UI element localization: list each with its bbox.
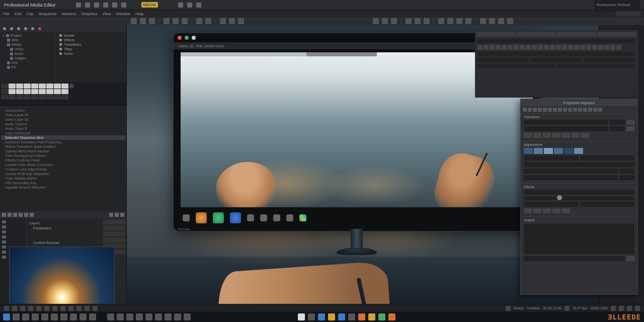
chip-icon[interactable] xyxy=(626,120,634,125)
tb-icon[interactable] xyxy=(112,3,117,8)
input-field[interactable] xyxy=(619,175,634,180)
thumb[interactable] xyxy=(39,84,46,89)
tool-zoom-icon[interactable] xyxy=(196,18,202,24)
tool-hand-icon[interactable] xyxy=(205,18,211,24)
taskbar-app-icon[interactable] xyxy=(79,313,87,320)
tool-snap-icon[interactable] xyxy=(220,18,226,24)
status-icon[interactable] xyxy=(85,306,90,311)
tool-pen-icon[interactable] xyxy=(182,18,188,24)
ph-icon[interactable] xyxy=(550,45,555,50)
thumb[interactable] xyxy=(61,84,68,89)
dock-app-icon[interactable] xyxy=(213,212,224,223)
dock-app-icon[interactable] xyxy=(230,212,241,223)
layer-item[interactable]: Color Wheels Match xyxy=(1,176,125,181)
thumb[interactable] xyxy=(1,89,8,94)
status-icon[interactable] xyxy=(565,306,570,311)
menu-sequence[interactable]: Sequence xyxy=(38,12,56,16)
minimize-icon[interactable] xyxy=(185,36,189,40)
dock-tool-icon[interactable] xyxy=(260,214,267,221)
tree-item[interactable]: Seq xyxy=(12,61,18,64)
dock-tool-icon[interactable] xyxy=(247,214,254,221)
ph-icon[interactable] xyxy=(520,45,525,50)
taskbar-app-icon[interactable] xyxy=(32,313,39,320)
layer-item[interactable]: Curves RGB Hue Saturation xyxy=(1,172,125,176)
thumb[interactable] xyxy=(39,89,46,94)
ph-icon[interactable] xyxy=(610,45,615,50)
dist-icon[interactable] xyxy=(406,18,412,24)
tool-move-icon[interactable] xyxy=(140,18,146,24)
taskbar-app-icon[interactable] xyxy=(22,313,29,320)
ph-icon[interactable] xyxy=(562,45,567,50)
align-center-icon[interactable] xyxy=(382,18,388,24)
input-field[interactable] xyxy=(580,202,635,207)
ph-icon[interactable] xyxy=(496,45,501,50)
swatch[interactable] xyxy=(574,148,583,154)
input-field[interactable] xyxy=(524,120,608,125)
taskbar-app-icon[interactable] xyxy=(174,313,181,320)
menu-graphics[interactable]: Graphics xyxy=(81,12,97,16)
menu-window[interactable]: Window xyxy=(116,12,130,16)
menu-view[interactable]: View xyxy=(102,12,111,16)
layer-item[interactable]: Video Layer 01 xyxy=(1,113,125,117)
layer-item[interactable]: Opacity Blend Mode Normal xyxy=(1,149,125,153)
taskbar-pinned-icon[interactable] xyxy=(348,313,355,320)
taskbar-app-icon[interactable] xyxy=(41,313,48,320)
ph-icon[interactable] xyxy=(580,45,585,50)
swatch[interactable] xyxy=(534,148,543,154)
menu-clip[interactable]: Clip xyxy=(27,12,34,16)
tree-item[interactable]: Images xyxy=(15,56,26,60)
taskbar-app-icon[interactable] xyxy=(184,313,191,320)
status-icon[interactable] xyxy=(4,306,9,311)
tool-shape-icon[interactable] xyxy=(173,18,179,24)
workspace-label[interactable]: Workspace Default xyxy=(595,0,640,12)
fp-icon[interactable] xyxy=(593,108,597,112)
thumb[interactable] xyxy=(54,89,61,94)
thumb[interactable] xyxy=(46,84,53,89)
input-field[interactable] xyxy=(610,120,625,125)
status-icon[interactable] xyxy=(619,306,624,311)
tab-dot-icon[interactable] xyxy=(24,27,27,30)
swatch[interactable] xyxy=(554,148,563,154)
ph-field[interactable] xyxy=(584,58,635,62)
input-field[interactable] xyxy=(610,126,625,131)
taskbar-pinned-icon[interactable] xyxy=(308,313,315,320)
status-icon[interactable] xyxy=(12,306,17,311)
chip-icon[interactable] xyxy=(552,208,560,213)
taskbar-start-icon[interactable] xyxy=(3,313,10,320)
taskbar-app-icon[interactable] xyxy=(60,313,67,320)
ph-tab[interactable] xyxy=(597,32,636,37)
input-field[interactable] xyxy=(524,169,618,174)
tab-dot-icon[interactable] xyxy=(31,27,34,30)
layer-item[interactable]: Selected Sequence Item xyxy=(1,135,125,140)
thumb[interactable] xyxy=(16,89,23,94)
layout-icon[interactable] xyxy=(456,18,462,24)
dock-tool-icon[interactable] xyxy=(273,214,280,221)
layer-item[interactable]: Audio Track B xyxy=(1,126,125,131)
layer-item[interactable]: Color Correction xyxy=(1,131,125,135)
asset-item[interactable]: Titles xyxy=(64,47,72,51)
chip-icon[interactable] xyxy=(533,208,541,213)
mon-tab[interactable]: scene_01_final_render.comp xyxy=(177,44,226,48)
tree-item[interactable]: FX xyxy=(12,65,16,69)
fp-icon[interactable] xyxy=(523,108,527,112)
ph-icon[interactable] xyxy=(544,45,549,50)
fp-icon[interactable] xyxy=(558,108,562,112)
tree-item[interactable]: Video xyxy=(15,47,24,51)
thumb[interactable] xyxy=(61,95,68,100)
thumb[interactable] xyxy=(61,89,68,94)
view-icon[interactable] xyxy=(498,18,504,24)
taskbar-app-icon[interactable] xyxy=(13,313,20,320)
ph-icon[interactable] xyxy=(538,45,543,50)
align-left-icon[interactable] xyxy=(373,18,379,24)
next-icon[interactable] xyxy=(69,84,74,89)
status-icon[interactable] xyxy=(506,306,511,311)
tree-item[interactable]: Media xyxy=(12,43,21,46)
thumb[interactable] xyxy=(46,95,53,100)
input-field[interactable] xyxy=(524,162,634,167)
layout-icon[interactable] xyxy=(438,18,444,24)
input-field[interactable] xyxy=(524,190,634,195)
fp-icon[interactable] xyxy=(568,108,572,112)
taskbar-pinned-icon[interactable] xyxy=(358,313,365,320)
taskbar-pinned-icon[interactable] xyxy=(378,313,385,320)
fp-icon[interactable] xyxy=(538,108,542,112)
